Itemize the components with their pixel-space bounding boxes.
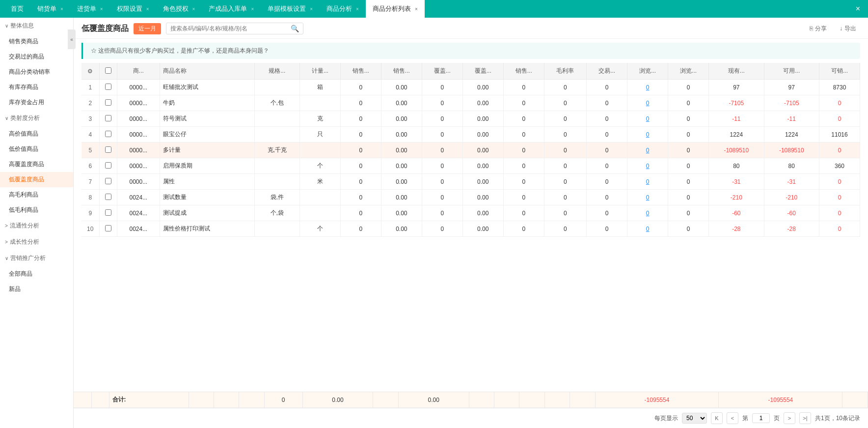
nav-permissions[interactable]: 权限设置 × xyxy=(110,0,156,18)
row-checkbox[interactable] xyxy=(99,158,117,174)
row-checkbox[interactable] xyxy=(99,111,117,127)
sidebar-item-low-profit[interactable]: 低毛利商品 xyxy=(0,202,73,218)
export-button[interactable]: ↓ 导出 xyxy=(836,23,860,34)
nav-close-sales[interactable]: × xyxy=(60,6,63,12)
page-size-select[interactable]: 50 20 100 xyxy=(682,413,707,424)
col-gross-rate[interactable]: 毛利率 xyxy=(544,63,586,80)
col-settings[interactable]: ⚙ xyxy=(81,63,99,80)
nav-sales-order[interactable]: 销货单 × xyxy=(30,0,70,18)
row-select-checkbox[interactable] xyxy=(105,178,111,184)
nav-close-purchase[interactable]: × xyxy=(100,6,103,12)
row-select-checkbox[interactable] xyxy=(105,225,111,231)
sidebar-item-new-goods[interactable]: 新品 xyxy=(0,282,73,297)
row-checkbox[interactable] xyxy=(99,190,117,205)
sidebar-section-marketing[interactable]: ∨ 营销推广分析 xyxy=(0,250,73,266)
nav-close-role[interactable]: × xyxy=(192,6,195,12)
select-all-checkbox[interactable] xyxy=(105,67,111,74)
col-salable[interactable]: 可销... xyxy=(819,63,860,80)
row-checkbox[interactable] xyxy=(99,205,117,221)
row-browse1[interactable]: 0 xyxy=(627,111,668,127)
nav-close-template[interactable]: × xyxy=(310,6,313,12)
row-browse1[interactable]: 0 xyxy=(627,158,668,174)
row-checkbox[interactable] xyxy=(99,95,117,111)
row-coverage2: 0.00 xyxy=(462,190,503,205)
nav-global-close[interactable]: × xyxy=(852,4,864,13)
sidebar-item-low-coverage[interactable]: 低覆盖度商品 xyxy=(0,172,73,187)
sidebar-item-inventory-capital[interactable]: 库存资金占用 xyxy=(0,95,73,110)
sidebar-section-coverage[interactable]: ∨ 类射度分析 xyxy=(0,110,73,126)
row-browse1[interactable]: 0 xyxy=(627,221,668,237)
col-browse1[interactable]: 浏览... xyxy=(627,63,668,80)
col-trade[interactable]: 交易... xyxy=(587,63,627,80)
row-select-checkbox[interactable] xyxy=(105,131,111,137)
share-button[interactable]: ⎘ 分享 xyxy=(806,23,831,34)
col-sales1[interactable]: 销售... xyxy=(340,63,381,80)
search-input[interactable] xyxy=(170,25,291,32)
sidebar-collapse-button[interactable]: « xyxy=(68,29,76,49)
sidebar-item-traded-goods[interactable]: 交易过的商品 xyxy=(0,49,73,64)
col-name[interactable]: 商品名称 xyxy=(160,63,254,80)
col-checkbox[interactable] xyxy=(99,63,117,80)
row-select-checkbox[interactable] xyxy=(105,84,111,90)
row-coverage1: 0 xyxy=(422,143,462,158)
nav-close-inbound[interactable]: × xyxy=(251,6,254,12)
col-avail[interactable]: 可用... xyxy=(764,63,819,80)
row-select-checkbox[interactable] xyxy=(105,162,111,169)
row-num: 5 xyxy=(81,143,99,158)
col-sales2[interactable]: 销售... xyxy=(381,63,422,80)
sidebar-section-growth[interactable]: > 成长性分析 xyxy=(0,234,73,250)
nav-product-analysis[interactable]: 商品分析 × xyxy=(320,0,366,18)
col-coverage2[interactable]: 覆盖... xyxy=(462,63,503,80)
sidebar-section-circulation[interactable]: > 流通性分析 xyxy=(0,218,73,234)
nav-home[interactable]: 首页 xyxy=(4,0,30,18)
prev-page-button[interactable]: < xyxy=(727,412,738,424)
col-stock[interactable]: 现有... xyxy=(709,63,764,80)
col-coverage1[interactable]: 覆盖... xyxy=(422,63,462,80)
nav-close-analysis-list[interactable]: × xyxy=(415,6,418,12)
sidebar-item-high-value[interactable]: 高价值商品 xyxy=(0,126,73,142)
nav-close-analysis[interactable]: × xyxy=(356,6,359,12)
row-checkbox[interactable] xyxy=(99,174,117,190)
col-spec[interactable]: 规格... xyxy=(254,63,299,80)
col-unit[interactable]: 计量... xyxy=(299,63,340,80)
row-select-checkbox[interactable] xyxy=(105,99,111,106)
row-browse1[interactable]: 0 xyxy=(627,205,668,221)
nav-product-inbound[interactable]: 产成品入库单 × xyxy=(202,0,261,18)
sidebar-item-sales-goods[interactable]: 销售类商品 xyxy=(0,34,73,49)
nav-role-auth[interactable]: 角色授权 × xyxy=(156,0,202,18)
row-browse1[interactable]: 0 xyxy=(627,80,668,95)
next-page-button[interactable]: > xyxy=(784,412,795,424)
nav-close-permissions[interactable]: × xyxy=(146,6,149,12)
row-select-checkbox[interactable] xyxy=(105,209,111,216)
page-number-input[interactable] xyxy=(752,413,770,423)
nav-analysis-list[interactable]: 商品分析列表 × xyxy=(366,0,425,18)
first-page-button[interactable]: K xyxy=(711,412,723,424)
row-select-checkbox[interactable] xyxy=(105,146,111,153)
row-checkbox[interactable] xyxy=(99,80,117,95)
row-browse2: 0 xyxy=(668,221,709,237)
nav-template-settings[interactable]: 单据模板设置 × xyxy=(261,0,320,18)
col-sales3[interactable]: 销售... xyxy=(503,63,544,80)
row-browse1[interactable]: 0 xyxy=(627,143,668,158)
row-browse1[interactable]: 0 xyxy=(627,95,668,111)
row-browse1[interactable]: 0 xyxy=(627,190,668,205)
row-checkbox[interactable] xyxy=(99,221,117,237)
nav-purchase-order[interactable]: 进货单 × xyxy=(70,0,110,18)
sidebar-item-low-value[interactable]: 低价值商品 xyxy=(0,142,73,157)
sidebar-item-category-rate[interactable]: 商品分类动销率 xyxy=(0,64,73,80)
sidebar-section-overall[interactable]: ∨ 整体信息 xyxy=(0,18,73,34)
row-browse1[interactable]: 0 xyxy=(627,127,668,143)
sidebar-item-high-profit[interactable]: 高毛利商品 xyxy=(0,187,73,202)
row-browse1[interactable]: 0 xyxy=(627,174,668,190)
row-checkbox[interactable] xyxy=(99,143,117,158)
row-select-checkbox[interactable] xyxy=(105,194,111,200)
sidebar-item-stocked-goods[interactable]: 有库存商品 xyxy=(0,80,73,95)
sidebar-item-all-goods[interactable]: 全部商品 xyxy=(0,266,73,282)
sidebar-item-high-coverage[interactable]: 高覆盖度商品 xyxy=(0,157,73,172)
last-page-button[interactable]: >| xyxy=(799,412,811,424)
row-checkbox[interactable] xyxy=(99,127,117,143)
row-select-checkbox[interactable] xyxy=(105,115,111,121)
col-code[interactable]: 商... xyxy=(117,63,160,80)
filter-recent-month-button[interactable]: 近一月 xyxy=(134,23,161,34)
col-browse2[interactable]: 浏览... xyxy=(668,63,709,80)
